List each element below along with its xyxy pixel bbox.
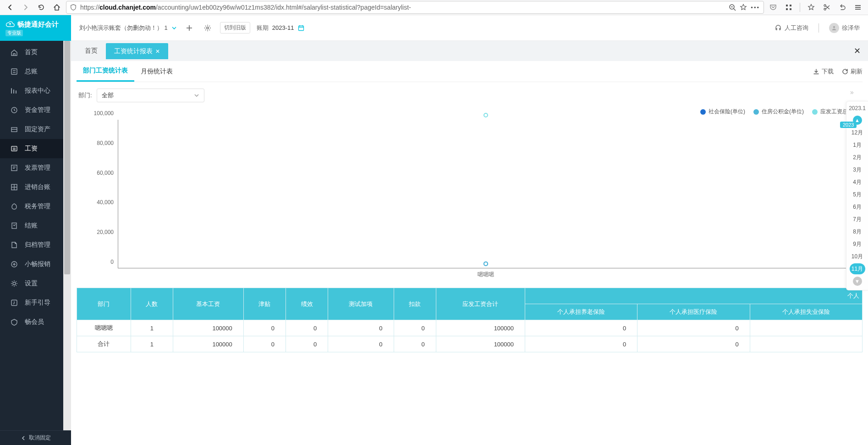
legend-item[interactable]: 社会保险(单位) bbox=[700, 108, 745, 116]
tab-active-label: 工资统计报表 bbox=[114, 47, 153, 56]
sidebar-item-14[interactable]: 畅会员 bbox=[0, 312, 71, 332]
sidebar-item-3[interactable]: 资金管理 bbox=[0, 100, 71, 120]
month-item[interactable]: 10月 bbox=[850, 251, 865, 262]
subtab-month[interactable]: 月份统计表 bbox=[134, 61, 179, 82]
sidebar-icon bbox=[10, 106, 18, 114]
sidebar-item-label: 固定资产 bbox=[25, 125, 50, 134]
refresh-button[interactable]: 刷新 bbox=[842, 67, 863, 76]
hamburger-icon[interactable] bbox=[852, 1, 864, 14]
meatball-icon[interactable]: ••• bbox=[751, 4, 760, 11]
reload-button[interactable] bbox=[35, 1, 48, 14]
th-addon: 测试加项 bbox=[328, 288, 394, 320]
url-bar[interactable]: https://cloud.chanjet.com/accounting/uw1… bbox=[66, 1, 764, 14]
period-selector[interactable]: 账期 2023-11 bbox=[257, 24, 304, 32]
sidebar-item-4[interactable]: 固定资产 bbox=[0, 120, 71, 139]
dept-filter-label: 部门: bbox=[78, 91, 92, 100]
month-item[interactable]: 4月 bbox=[850, 177, 865, 188]
cell-base: 100000 bbox=[173, 336, 243, 352]
account-selector[interactable]: 刘小艳演示账套（勿删勿动！） 1 bbox=[79, 24, 177, 32]
svg-line-1 bbox=[734, 9, 736, 11]
old-version-button[interactable]: 切到旧版 bbox=[220, 22, 250, 33]
subtab-dept[interactable]: 部门工资统计表 bbox=[77, 61, 134, 82]
month-panel-header: 2023.1 bbox=[849, 104, 866, 113]
shield-icon bbox=[70, 4, 77, 11]
month-item[interactable]: 11月 bbox=[850, 263, 865, 274]
month-item[interactable]: 6月 bbox=[850, 201, 865, 212]
unpin-sidebar[interactable]: 取消固定 bbox=[0, 430, 71, 445]
favorite-icon[interactable] bbox=[805, 1, 818, 14]
sidebar-item-label: 发票管理 bbox=[25, 164, 50, 172]
salary-chart: 社会保险(单位)住房公积金(单位)应发工资总额 020,00040,00060,… bbox=[77, 108, 863, 282]
table-body: 嗯嗯嗯1100000000010000000合计1100000000010000… bbox=[77, 320, 863, 352]
logo-edition: 专业版 bbox=[5, 30, 23, 36]
th-group-personal: 个人 bbox=[525, 288, 863, 304]
salary-table-wrap: 部门 人数 基本工资 津贴 绩效 测试加项 扣款 应发工资合计 个人 个人承担养… bbox=[77, 288, 863, 352]
user-menu[interactable]: 徐泽华 bbox=[829, 23, 860, 33]
sidebar-item-10[interactable]: 归档管理 bbox=[0, 235, 71, 255]
close-tab-icon[interactable]: ✕ bbox=[155, 48, 160, 55]
back-button[interactable] bbox=[4, 1, 16, 14]
scrollbar-thumb[interactable] bbox=[64, 41, 70, 274]
tab-salary-report[interactable]: 工资统计报表 ✕ bbox=[106, 43, 168, 59]
add-account-button[interactable] bbox=[183, 22, 195, 34]
support-link[interactable]: 人工咨询 bbox=[775, 24, 808, 32]
month-item[interactable]: 9月 bbox=[850, 239, 865, 250]
sidebar-item-12[interactable]: 设置 bbox=[0, 274, 71, 293]
sidebar-item-6[interactable]: 发票管理 bbox=[0, 158, 71, 178]
tab-home[interactable]: 首页 bbox=[77, 41, 106, 61]
apps-grid-icon[interactable] bbox=[782, 1, 795, 14]
zoom-icon[interactable] bbox=[729, 4, 736, 11]
home-button[interactable] bbox=[50, 1, 63, 14]
sidebar-scrollbar[interactable] bbox=[63, 41, 71, 430]
sidebar-item-7[interactable]: 进销台账 bbox=[0, 178, 71, 197]
page-tabs: 首页 工资统计报表 ✕ ✕ bbox=[71, 41, 868, 61]
month-item[interactable]: 5月 bbox=[850, 189, 865, 200]
cell-p-med: 0 bbox=[637, 320, 750, 336]
month-scroll-down[interactable]: ▼ bbox=[853, 277, 862, 286]
month-item[interactable]: 7月 bbox=[850, 214, 865, 225]
sidebar-item-9[interactable]: 结账 bbox=[0, 216, 71, 235]
chart-point[interactable] bbox=[483, 113, 488, 117]
chart-point[interactable] bbox=[483, 261, 488, 266]
table-header-row-1: 部门 人数 基本工资 津贴 绩效 测试加项 扣款 应发工资合计 个人 bbox=[77, 288, 863, 304]
sidebar-item-1[interactable]: 总账 bbox=[0, 62, 71, 81]
brand-logo[interactable]: 畅捷通好会计 专业版 bbox=[0, 15, 71, 41]
collapse-panel-icon[interactable]: » bbox=[850, 89, 854, 96]
close-all-tabs[interactable]: ✕ bbox=[851, 44, 863, 57]
sidebar-item-8[interactable]: 税务管理 bbox=[0, 197, 71, 216]
y-tick: 80,000 bbox=[97, 140, 114, 146]
cell-perf: 0 bbox=[286, 320, 328, 336]
dept-select[interactable]: 全部 bbox=[97, 89, 204, 102]
svg-point-8 bbox=[824, 8, 826, 10]
month-item[interactable]: 2月 bbox=[850, 152, 865, 163]
sidebar-item-0[interactable]: 首页 bbox=[0, 43, 71, 62]
month-item[interactable]: 1月 bbox=[850, 139, 865, 150]
month-item[interactable]: 8月 bbox=[850, 226, 865, 237]
bookmark-star-icon[interactable] bbox=[740, 4, 747, 11]
cell-p-med: 0 bbox=[637, 336, 750, 352]
download-button[interactable]: 下载 bbox=[813, 67, 834, 76]
sidebar-item-5[interactable]: 工资 bbox=[0, 139, 71, 158]
legend-item[interactable]: 住房公积金(单位) bbox=[753, 108, 804, 116]
y-tick: 40,000 bbox=[97, 199, 114, 206]
svg-point-29 bbox=[207, 27, 209, 28]
sidebar-icon bbox=[10, 67, 18, 76]
divider bbox=[819, 23, 819, 33]
th-base: 基本工资 bbox=[173, 288, 243, 320]
sidebar-item-2[interactable]: 报表中心 bbox=[0, 81, 71, 100]
th-allow: 津贴 bbox=[243, 288, 286, 320]
legend-dot-icon bbox=[700, 109, 706, 115]
refresh-icon bbox=[842, 68, 848, 75]
sidebar-item-11[interactable]: 小畅报销 bbox=[0, 255, 71, 274]
sidebar-item-13[interactable]: 新手引导 bbox=[0, 293, 71, 312]
support-label: 人工咨询 bbox=[785, 24, 808, 32]
settings-gear-button[interactable] bbox=[202, 22, 214, 34]
sidebar-icon bbox=[10, 125, 18, 134]
subtabs: 部门工资统计表 月份统计表 下载 刷新 bbox=[77, 61, 863, 82]
month-item[interactable]: 12月 bbox=[850, 127, 865, 138]
undo-icon[interactable] bbox=[836, 1, 849, 14]
pocket-icon[interactable] bbox=[767, 1, 780, 14]
scissors-icon[interactable] bbox=[820, 1, 833, 14]
forward-button[interactable] bbox=[19, 1, 32, 14]
month-item[interactable]: 3月 bbox=[850, 164, 865, 175]
